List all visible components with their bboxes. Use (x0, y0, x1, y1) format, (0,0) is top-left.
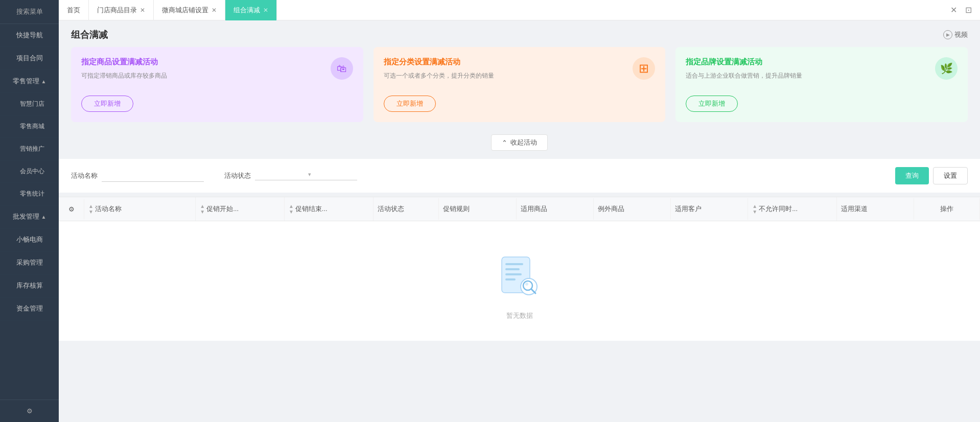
sidebar-item-label: 营销推广 (20, 145, 44, 153)
collapse-label: 收起活动 (510, 138, 537, 147)
svg-rect-4 (505, 278, 516, 280)
tab-bar: 首页 门店商品目录 ✕ 微商城店铺设置 ✕ 组合满减 ✕ ✕ ⊡ (59, 0, 980, 20)
maximize-window-button[interactable]: ⊡ (963, 3, 974, 17)
sidebar-item-marketing[interactable]: 营销推广 (0, 138, 59, 160)
empty-text: 暂无数据 (506, 311, 533, 320)
th-customer-label: 适用客户 (675, 204, 702, 214)
sort-icon: ▲▼ (200, 203, 205, 215)
tab-combo-discount-label: 组合满减 (234, 6, 260, 15)
sidebar-item-label: 零售统计 (20, 190, 44, 198)
card-brand-desc: 适合与上游企业联合做营销，提升品牌销量 (686, 71, 958, 87)
sidebar-item-label: 批发管理 (13, 212, 39, 221)
sidebar-item-retail-stats[interactable]: 零售统计 (0, 183, 59, 205)
search-area: 活动名称 活动状态 ▾ 查询 设置 (59, 159, 980, 193)
th-notallow-label: 不允许同时... (759, 204, 798, 214)
th-action: 操作 (914, 198, 980, 220)
sidebar-item-retail-mall[interactable]: 零售商城 (0, 115, 59, 138)
sidebar-item-label: 小畅电商 (16, 235, 43, 244)
svg-rect-3 (505, 273, 522, 275)
sidebar-item-label: 零售商城 (20, 122, 44, 131)
sidebar-item-smart-store[interactable]: 智慧门店 (0, 93, 59, 115)
th-start[interactable]: ▲▼ 促销开始... (196, 197, 285, 221)
settings-button[interactable]: ⚙ (0, 400, 59, 422)
sidebar-item-purchase[interactable]: 采购管理 (0, 251, 59, 274)
sidebar-item-label: 智慧门店 (20, 100, 44, 108)
close-icon[interactable]: ✕ (212, 7, 217, 14)
table-header: ⚙ ▲▼ 活动名称 ▲▼ 促销开始... ▲▼ 促销结束... 活动状态 (59, 197, 980, 221)
video-button[interactable]: ▶ 视频 (943, 30, 968, 39)
th-rule: 促销规则 (439, 198, 516, 220)
content-area: 组合满减 ▶ 视频 🛍 指定商品设置满减活动 可指定滞销商品或库存较多商品 立即… (59, 20, 980, 422)
tab-home[interactable]: 首页 (59, 0, 89, 20)
th-customer: 适用客户 (671, 198, 748, 220)
th-name[interactable]: ▲▼ 活动名称 (84, 197, 196, 221)
sidebar-item-quick-nav[interactable]: 快捷导航 (0, 24, 59, 47)
th-channel: 适用渠道 (837, 198, 914, 220)
sidebar-item-label: 会员中心 (20, 167, 44, 176)
card-brand-discount: 🌿 指定品牌设置满减活动 适合与上游企业联合做营销，提升品牌销量 立即新增 (675, 47, 968, 122)
card-product-desc: 可指定滞销商品或库存较多商品 (81, 71, 353, 87)
th-start-label: 促销开始... (206, 204, 239, 214)
sidebar-item-xichang[interactable]: 小畅电商 (0, 228, 59, 251)
sidebar-item-label: 快捷导航 (16, 31, 43, 40)
th-end[interactable]: ▲▼ 促销结束... (285, 197, 374, 221)
tab-home-label: 首页 (67, 6, 80, 15)
card-category-add-button[interactable]: 立即新增 (384, 96, 436, 112)
th-action-label: 操作 (940, 204, 953, 214)
chevron-up-icon: ▲ (41, 79, 46, 84)
th-notallow[interactable]: ▲▼ 不允许同时... (748, 197, 837, 221)
activity-status-field: 活动状态 ▾ (224, 171, 357, 180)
sidebar-item-project-contract[interactable]: 项目合同 (0, 47, 59, 70)
chevron-down-icon: ▾ (308, 171, 357, 178)
activity-name-field: 活动名称 (71, 170, 204, 182)
sidebar-item-retail-management[interactable]: 零售管理 ▲ (0, 70, 59, 93)
collapse-button[interactable]: ⌃ 收起活动 (491, 134, 548, 151)
sidebar-item-finance[interactable]: 资金管理 (0, 297, 59, 320)
close-icon[interactable]: ✕ (263, 7, 268, 14)
th-end-label: 促销结束... (295, 204, 328, 214)
th-goods-label: 适用商品 (521, 204, 547, 214)
sidebar-item-inventory[interactable]: 库存核算 (0, 274, 59, 297)
table-wrap: ⚙ ▲▼ 活动名称 ▲▼ 促销开始... ▲▼ 促销结束... 活动状态 (59, 197, 980, 341)
card-category-title: 指定分类设置满减活动 (384, 57, 656, 67)
video-label: 视频 (954, 30, 968, 39)
sidebar-item-wholesale[interactable]: 批发管理 ▲ (0, 205, 59, 228)
sidebar-item-label: 零售管理 (13, 77, 39, 86)
th-exception-label: 例外商品 (598, 204, 624, 214)
sort-icon: ▲▼ (88, 203, 94, 215)
th-rule-label: 促销规则 (443, 204, 470, 214)
tab-wechat-settings[interactable]: 微商城店铺设置 ✕ (154, 0, 225, 20)
empty-state: 暂无数据 (59, 221, 980, 341)
activity-status-select[interactable]: ▾ (255, 171, 357, 180)
th-exception: 例外商品 (594, 198, 671, 220)
sidebar-item-member-center[interactable]: 会员中心 (0, 160, 59, 183)
main-area: 首页 门店商品目录 ✕ 微商城店铺设置 ✕ 组合满减 ✕ ✕ ⊡ 组合满减 ▶ … (59, 0, 980, 422)
gear-icon: ⚙ (68, 205, 75, 213)
product-icon: 🛍 (331, 57, 353, 80)
close-icon[interactable]: ✕ (140, 7, 145, 14)
card-brand-title: 指定品牌设置满减活动 (686, 57, 958, 67)
th-status-label: 活动状态 (378, 204, 404, 214)
empty-illustration (494, 252, 545, 303)
card-product-title: 指定商品设置满减活动 (81, 57, 353, 67)
tab-store-catalog[interactable]: 门店商品目录 ✕ (89, 0, 154, 20)
card-category-desc: 可选一个或者多个分类，提升分类的销量 (384, 71, 656, 87)
restore-window-button[interactable]: ✕ (948, 3, 959, 17)
svg-point-8 (525, 283, 528, 286)
chevron-down-icon: ▲ (41, 214, 46, 220)
sidebar-item-label: 资金管理 (16, 304, 43, 313)
sidebar-search[interactable]: 搜索菜单 (0, 0, 59, 24)
th-gear[interactable]: ⚙ (59, 199, 84, 219)
activity-name-input[interactable] (102, 170, 204, 182)
play-icon: ▶ (943, 30, 952, 39)
page-header: 组合满减 ▶ 视频 (59, 20, 980, 47)
query-button[interactable]: 查询 (895, 167, 929, 184)
sidebar-item-label: 采购管理 (16, 258, 43, 267)
card-product-add-button[interactable]: 立即新增 (81, 96, 133, 112)
tab-store-catalog-label: 门店商品目录 (97, 6, 137, 15)
th-name-label: 活动名称 (95, 204, 122, 214)
setting-button[interactable]: 设置 (933, 167, 968, 184)
card-brand-add-button[interactable]: 立即新增 (686, 96, 738, 112)
sort-icon: ▲▼ (289, 203, 294, 215)
tab-combo-discount[interactable]: 组合满减 ✕ (225, 0, 277, 20)
